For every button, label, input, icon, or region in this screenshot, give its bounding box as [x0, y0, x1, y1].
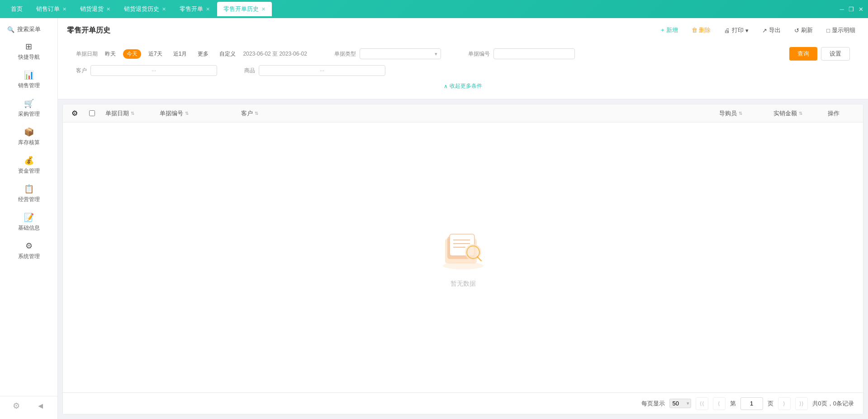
sidebar-collapse-icon[interactable]: ◄ [37, 401, 45, 411]
sidebar-item-inventory-label: 库存核算 [18, 139, 40, 146]
col-customer-label: 客户 [241, 109, 253, 118]
col-date[interactable]: 单据日期 ⇅ [101, 109, 155, 118]
page-size-select[interactable]: 20 50 100 [669, 399, 691, 408]
tab-home[interactable]: 首页 [5, 2, 29, 16]
page-prev-btn[interactable]: ⟨ [713, 397, 726, 410]
table-settings-icon[interactable]: ⚙ [66, 109, 83, 118]
col-num-label: 单据编号 [160, 109, 183, 118]
content-area: 零售开单历史 + 新增 🗑 删除 🖨 打印 ▾ ↗ 导出 ↺ [58, 18, 868, 419]
page-input[interactable] [740, 397, 763, 410]
customer-input[interactable]: ··· [90, 65, 217, 76]
date-btn-7days[interactable]: 近7天 [145, 49, 166, 59]
refresh-label: 刷新 [801, 26, 813, 34]
tab-retail-open-close[interactable]: ✕ [206, 6, 210, 12]
top-bar: 首页 销售订单 ✕ 销货退货 ✕ 销货退货历史 ✕ 零售开单 ✕ 零售开单历史 … [0, 0, 868, 18]
col-salesperson[interactable]: 导购员 ⇅ [715, 109, 769, 118]
refresh-button[interactable]: ↺ 刷新 [791, 24, 816, 36]
page-title-row: 零售开单历史 + 新增 🗑 删除 🖨 打印 ▾ ↗ 导出 ↺ [67, 24, 859, 36]
page-unit: 页 [768, 400, 773, 408]
empty-area: 暂无数据 [63, 122, 863, 392]
page-size-label: 每页显示 [641, 400, 665, 408]
sidebar: 🔍 搜索采单 ⊞ 快捷导航 📊 销售管理 🛒 采购管理 📦 库存核算 💰 资金管… [0, 18, 58, 419]
tab-sales-return-history-label: 销货退货历史 [124, 5, 159, 13]
select-all-checkbox[interactable] [89, 110, 95, 116]
col-customer-sort: ⇅ [255, 111, 258, 116]
col-salesperson-label: 导购员 [719, 109, 737, 118]
sidebar-item-sales-mgmt-label: 销售管理 [18, 82, 40, 89]
page-last-btn[interactable]: ⟩⟩ [795, 397, 808, 410]
new-button[interactable]: + 新增 [657, 24, 681, 36]
tab-retail-open-history-close[interactable]: ✕ [261, 6, 266, 12]
sidebar-item-sys-mgmt[interactable]: ⚙ 系统管理 [0, 236, 57, 265]
tab-retail-open-history-label: 零售开单历史 [223, 5, 259, 13]
col-salesperson-sort: ⇅ [739, 111, 742, 116]
doc-num-label: 单据编号 [468, 50, 490, 58]
page-next-btn[interactable]: ⟩ [778, 397, 791, 410]
minimize-icon[interactable]: ─ [840, 6, 844, 13]
customer-ellipsis: ··· [152, 67, 156, 74]
sidebar-item-basic-info[interactable]: 📝 基础信息 [0, 208, 57, 236]
page-size-wrap: 20 50 100 [669, 399, 691, 408]
window-controls: ─ ❐ ✕ [840, 6, 863, 13]
doc-num-input[interactable] [493, 48, 575, 59]
doc-type-label: 单据类型 [334, 50, 356, 58]
close-icon[interactable]: ✕ [859, 6, 863, 13]
col-op: 操作 [823, 109, 859, 118]
tab-sales-order-label: 销售订单 [36, 5, 60, 13]
date-btn-more[interactable]: 更多 [194, 49, 212, 59]
print-button[interactable]: 🖨 打印 ▾ [721, 24, 752, 36]
col-amount-sort: ⇅ [799, 111, 802, 116]
col-customer[interactable]: 客户 ⇅ [237, 109, 715, 118]
refresh-icon: ↺ [794, 27, 799, 34]
sidebar-item-finance[interactable]: 💰 资金管理 [0, 151, 57, 179]
delete-button[interactable]: 🗑 删除 [688, 24, 715, 36]
tab-sales-return-history[interactable]: 销货退货历史 ✕ [118, 2, 172, 16]
sidebar-settings-icon[interactable]: ⚙ [13, 401, 20, 411]
date-btn-custom[interactable]: 自定义 [216, 49, 239, 59]
date-btn-today[interactable]: 今天 [123, 49, 141, 59]
date-btn-yesterday[interactable]: 昨天 [101, 49, 119, 59]
basic-info-icon: 📝 [24, 212, 34, 222]
col-num[interactable]: 单据编号 ⇅ [155, 109, 237, 118]
tab-sales-return-label: 销货退货 [80, 5, 104, 13]
sidebar-item-operation[interactable]: 📋 经营管理 [0, 179, 57, 208]
collapse-bar[interactable]: ∧ 收起更多条件 [76, 80, 850, 94]
page-title: 零售开单历史 [67, 26, 110, 35]
sidebar-item-purchase-mgmt[interactable]: 🛒 采购管理 [0, 94, 57, 122]
sidebar-item-sales-mgmt[interactable]: 📊 销售管理 [0, 66, 57, 94]
sales-mgmt-icon: 📊 [24, 70, 34, 80]
query-button[interactable]: 查询 [789, 47, 817, 61]
sidebar-item-quick-nav[interactable]: ⊞ 快捷导航 [0, 37, 57, 66]
tab-sales-return[interactable]: 销货退货 ✕ [74, 2, 117, 16]
display-detail-button[interactable]: □ 显示明细 [823, 24, 859, 36]
toolbar: + 新增 🗑 删除 🖨 打印 ▾ ↗ 导出 ↺ 刷新 [657, 24, 859, 36]
sidebar-search-label: 搜索采单 [17, 25, 41, 33]
goods-input[interactable]: ··· [259, 65, 385, 76]
settings-button[interactable]: 设置 [821, 47, 850, 61]
tab-retail-open[interactable]: 零售开单 ✕ [173, 2, 216, 16]
export-button[interactable]: ↗ 导出 [759, 24, 784, 36]
tab-sales-order-close[interactable]: ✕ [62, 6, 66, 12]
action-buttons: 查询 设置 [789, 47, 850, 61]
tab-sales-return-history-close[interactable]: ✕ [162, 6, 166, 12]
tab-sales-return-close[interactable]: ✕ [106, 6, 110, 12]
sidebar-item-quick-nav-label: 快捷导航 [18, 53, 40, 61]
restore-icon[interactable]: ❐ [849, 6, 854, 13]
page-first-btn[interactable]: ⟨⟨ [696, 397, 708, 410]
empty-text: 暂无数据 [451, 280, 476, 288]
filter-row-1: 单据日期 昨天 今天 近7天 近1月 更多 自定义 2023-06-02 至 2… [76, 47, 850, 61]
col-op-label: 操作 [828, 109, 840, 118]
doc-type-select[interactable] [360, 48, 441, 59]
sidebar-item-purchase-mgmt-label: 采购管理 [18, 110, 40, 118]
sys-mgmt-icon: ⚙ [25, 241, 33, 251]
tab-retail-open-history[interactable]: 零售开单历史 ✕ [217, 2, 272, 16]
date-btn-1month[interactable]: 近1月 [170, 49, 191, 59]
table-wrap: ⚙ 单据日期 ⇅ 单据编号 ⇅ 客户 ⇅ 导购员 ⇅ [62, 104, 863, 414]
sidebar-item-basic-info-label: 基础信息 [18, 224, 40, 232]
sidebar-item-inventory[interactable]: 📦 库存核算 [0, 122, 57, 151]
col-amount[interactable]: 实销金额 ⇅ [769, 109, 823, 118]
export-label: 导出 [769, 26, 781, 34]
table-select-all[interactable] [83, 110, 101, 116]
sidebar-search[interactable]: 🔍 搜索采单 [0, 22, 57, 37]
tab-sales-order[interactable]: 销售订单 ✕ [30, 2, 73, 16]
